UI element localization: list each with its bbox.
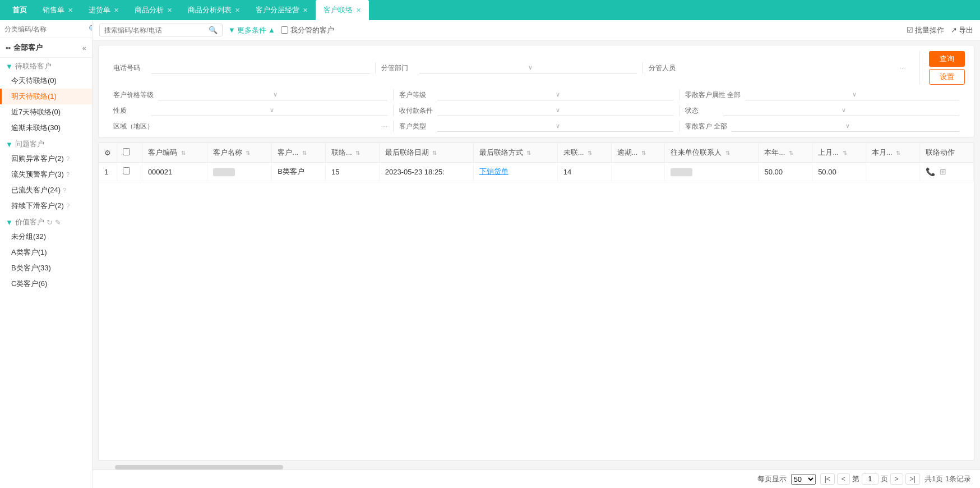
nature-select[interactable]: ∨ [151, 105, 387, 116]
page-suffix: 页 [881, 474, 888, 484]
sort-icon: ⇅ [355, 150, 360, 156]
retail-attr-label: 零散客户属性 全部 [685, 90, 741, 100]
table-header-contact[interactable]: 联络... ⇅ [326, 143, 380, 163]
filter-row-2: 客户价格等级 ∨ 客户等级 ∨ 零散客户属性 全部 [108, 89, 965, 100]
table-header-type[interactable]: 客户... ⇅ [272, 143, 326, 163]
pagination: |< < 第 页 > >| [820, 473, 920, 485]
nav-item-product-analysis[interactable]: 商品分析 ✕ [127, 0, 180, 20]
nav-item-customer-tier[interactable]: 客户分层经营 ✕ [248, 0, 316, 20]
sort-icon: ⇅ [641, 150, 646, 156]
table-header-overdue[interactable]: 逾期... ⇅ [611, 143, 665, 163]
last-page-button[interactable]: >| [905, 473, 920, 485]
call-icon[interactable]: 📞 [926, 167, 935, 176]
collapse-icon[interactable]: « [82, 44, 86, 52]
sidebar-item-class-c[interactable]: C类客户(6) [0, 276, 92, 292]
table-header-last-date[interactable]: 最后联络日期 ⇅ [379, 143, 473, 163]
phone-input[interactable] [151, 62, 369, 74]
sidebar: 🔍 ▪▪ 全部客户 « ▼ 待联络客户 今天待联络(0) 明天待联络(1) 近7… [0, 20, 93, 488]
table-header-year[interactable]: 本年... ⇅ [759, 143, 812, 163]
payment-select[interactable]: ∨ [437, 105, 673, 116]
row-action: 📞 ⊞ [919, 163, 973, 181]
prev-page-button[interactable]: < [837, 473, 850, 485]
filter-row-3: 性质 ∨ 收付款条件 ∨ 状态 [108, 105, 965, 116]
total-records: 共1页 1条记录 [924, 474, 971, 484]
batch-operation-button[interactable]: ☑ 批量操作 [907, 25, 944, 35]
sidebar-item-ungrouped[interactable]: 未分组(32) [0, 229, 92, 245]
filter-cell-phone: 电话号码 [108, 62, 375, 74]
per-page-select[interactable]: 50 100 200 [791, 474, 816, 485]
retail-customer-select[interactable]: ∨ [732, 121, 959, 132]
my-customers-check[interactable] [281, 26, 288, 34]
sidebar-search-input[interactable] [4, 25, 89, 33]
region-more-btn[interactable]: ··· [382, 123, 387, 130]
row-last-method[interactable]: 下销货单 [473, 163, 557, 181]
table-header-name[interactable]: 客户名称 ⇅ [207, 143, 272, 163]
manager-more-btn[interactable]: ··· [900, 65, 905, 71]
customer-level-select[interactable]: ∨ [437, 89, 673, 100]
close-icon[interactable]: ✕ [167, 7, 172, 14]
phone-label: 电话号码 [113, 63, 147, 73]
row-year-amount: 50.00 [759, 163, 812, 181]
search-button[interactable]: 🔍 [209, 26, 218, 34]
sidebar-all-customers[interactable]: ▪▪ 全部客户 « [0, 38, 92, 58]
close-icon[interactable]: ✕ [303, 7, 308, 14]
my-customers-checkbox[interactable]: 我分管的客户 [281, 25, 334, 35]
payment-label: 收付款条件 [399, 106, 433, 116]
table-header-last-method[interactable]: 最后联络方式 ⇅ [473, 143, 557, 163]
last-method-link[interactable]: 下销货单 [479, 167, 509, 176]
nav-item-purchase[interactable]: 进货单 ✕ [81, 0, 127, 20]
sidebar-item-declining[interactable]: 持续下滑客户(2) ? [0, 198, 92, 214]
horizontal-scrollbar[interactable] [98, 465, 974, 469]
sidebar-item-7days[interactable]: 近7天待联络(0) [0, 104, 92, 120]
price-level-label: 客户价格等级 [113, 90, 154, 100]
page-number-input[interactable] [862, 473, 879, 485]
table-header-person[interactable]: 往来单位联系人 ⇅ [665, 143, 759, 163]
nav-item-product-list[interactable]: 商品分析列表 ✕ [180, 0, 248, 20]
retail-attr-select[interactable]: ∨ [745, 89, 959, 100]
dept-select[interactable]: ∨ [419, 62, 637, 73]
close-icon[interactable]: ✕ [68, 7, 73, 14]
name-masked: ████ [213, 168, 235, 176]
sidebar-item-tomorrow[interactable]: 明天待联络(1) [0, 89, 92, 104]
search-input[interactable] [104, 26, 209, 34]
setting-button[interactable]: 设置 [929, 69, 965, 85]
nav-item-customer-contact[interactable]: 客户联络 ✕ [316, 0, 369, 20]
row-type: B类客户 [272, 163, 326, 181]
qr-icon[interactable]: ⊞ [940, 167, 946, 176]
close-icon[interactable]: ✕ [114, 7, 119, 14]
search-icon[interactable]: 🔍 [89, 25, 93, 33]
close-icon[interactable]: ✕ [356, 7, 361, 14]
help-icon: ? [63, 187, 66, 194]
price-level-select[interactable]: ∨ [158, 89, 387, 100]
more-conditions-button[interactable]: ▼ 更多条件 ▲ [228, 25, 275, 35]
row-select-checkbox[interactable] [123, 167, 130, 174]
row-contact-count: 15 [326, 163, 380, 181]
table-header-code[interactable]: 客户编码 ⇅ [142, 143, 207, 163]
customer-type-select[interactable]: ∨ [437, 121, 673, 132]
scrollbar-thumb[interactable] [115, 465, 283, 469]
edit-icon[interactable]: ✎ [55, 218, 61, 227]
filter-cell-manager: 分管人员 ··· [643, 63, 910, 73]
nav-item-home[interactable]: 首页 [4, 0, 35, 20]
refresh-icon[interactable]: ↻ [47, 218, 53, 227]
sidebar-item-class-b[interactable]: B类客户(33) [0, 260, 92, 276]
sidebar-item-overdue[interactable]: 逾期未联络(30) [0, 120, 92, 136]
table-header-this-month[interactable]: 本月... ⇅ [866, 143, 919, 163]
triangle-icon: ▼ [6, 140, 13, 149]
next-page-button[interactable]: > [890, 473, 903, 485]
query-button[interactable]: 查询 [929, 51, 965, 67]
sidebar-item-today[interactable]: 今天待联络(0) [0, 73, 92, 89]
toolbar-right: ☑ 批量操作 ↗ 导出 [907, 25, 973, 35]
sidebar-item-churned[interactable]: 已流失客户(24) ? [0, 182, 92, 198]
export-button[interactable]: ↗ 导出 [951, 25, 973, 35]
nav-item-sales[interactable]: 销售单 ✕ [35, 0, 81, 20]
sidebar-item-repurchase[interactable]: 回购异常客户(2) ? [0, 151, 92, 167]
sidebar-item-churn-warning[interactable]: 流失预警客户(3) ? [0, 167, 92, 182]
first-page-button[interactable]: |< [820, 473, 835, 485]
close-icon[interactable]: ✕ [235, 7, 240, 14]
sidebar-item-class-a[interactable]: A类客户(1) [0, 245, 92, 260]
select-all-checkbox[interactable] [123, 148, 130, 155]
table-header-last-month[interactable]: 上月... ⇅ [812, 143, 866, 163]
status-select[interactable]: ∨ [723, 105, 959, 116]
table-header-unlink[interactable]: 未联... ⇅ [557, 143, 611, 163]
